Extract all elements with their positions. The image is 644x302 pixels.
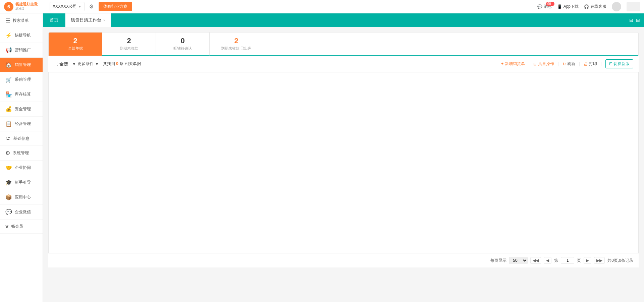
stat-label-overdue-out: 到期未收款 已出库 (215, 46, 258, 51)
toolbar-right: + 新增销货单 ⊞ 批量操作 ↻ 刷新 🖨 打印 ⊡ 切换新版 (501, 59, 633, 68)
tab-qianhuoriqing[interactable]: 钱货日清工作台 × (65, 13, 111, 27)
sidebar-item-base-info[interactable]: 🗂 基础信息 (0, 131, 43, 146)
page-number-input[interactable] (561, 257, 574, 264)
stat-label-overdue: 到期未收款 (108, 46, 150, 51)
service-icon: 🎧 (584, 4, 589, 9)
found-count: 0 (116, 61, 118, 66)
tab-home[interactable]: 首页 (43, 13, 65, 27)
checkbox-all[interactable] (54, 62, 58, 66)
stat-tab-all[interactable]: 2 全部单据 (49, 33, 102, 56)
sidebar-item-guide[interactable]: 🎓 新手引导 (0, 175, 43, 190)
sidebar-label-wechat: 企业微信 (15, 209, 31, 215)
operations-icon: 📋 (5, 121, 12, 127)
stat-tab-pending[interactable]: 0 旺辅待确认 (156, 33, 210, 56)
finance-icon: 💰 (5, 106, 12, 112)
tab-collapse-button[interactable]: ⊟ (629, 17, 633, 23)
print-icon: 🖨 (584, 62, 588, 66)
sidebar-label-enterprise: 企业协同 (15, 165, 31, 171)
sidebar: ☰ 搜索菜单 ⚡ 快捷导航 📢 营销推广 🏠 销售管理 🛒 采购管理 🏪 库存核… (0, 13, 43, 302)
stat-label-pending: 旺辅待确认 (161, 46, 204, 51)
batch-operation-button[interactable]: ⊞ 批量操作 (533, 61, 554, 67)
stat-tab-overdue[interactable]: 2 到期未收款 (102, 33, 156, 56)
prev-page-button[interactable]: ◀ (544, 257, 551, 264)
sidebar-item-finance[interactable]: 💰 资金管理 (0, 102, 43, 117)
quick-nav-icon: ⚡ (5, 32, 12, 39)
stat-num-pending: 0 (161, 37, 204, 45)
user-avatar[interactable] (612, 2, 621, 11)
refresh-icon: ↻ (562, 62, 566, 66)
stat-label-all: 全部单据 (54, 46, 97, 51)
select-all-checkbox[interactable]: 全选 (54, 61, 68, 67)
next-page-button[interactable]: ▶ (584, 257, 591, 264)
select-all-label: 全选 (59, 61, 68, 67)
sidebar-label-system: 系统管理 (13, 150, 29, 156)
last-page-button[interactable]: ▶▶ (594, 257, 605, 264)
logo-text: 畅捷通好生意 (15, 2, 38, 6)
sidebar-item-app-center[interactable]: 📦 应用中心 (0, 190, 43, 205)
app-download-action[interactable]: 📱 App下载 (557, 4, 579, 9)
main-content: 2 全部单据 2 到期未收款 0 旺辅待确认 2 到期未收款 已出库 全选 ▼ … (43, 27, 644, 302)
tab-bar-actions: ⊟ ⊞ (629, 17, 644, 23)
marketing-icon: 📢 (5, 47, 12, 53)
message-action[interactable]: 💬 消息 99+ (537, 4, 552, 9)
sidebar-label-purchase: 采购管理 (15, 77, 31, 82)
page-suffix: 页 (577, 258, 581, 263)
per-page-label: 每页显示 (490, 258, 506, 263)
company-name: XXXXXX公司 (53, 4, 77, 9)
logo-icon: 6 (4, 2, 13, 11)
system-icon: ⚙ (5, 150, 10, 156)
sidebar-item-sales[interactable]: 🏠 销售管理 (0, 58, 43, 72)
refresh-button[interactable]: ↻ 刷新 (562, 61, 575, 67)
refresh-label: 刷新 (567, 61, 575, 67)
sidebar-item-system[interactable]: ⚙ 系统管理 (0, 146, 43, 161)
tab-label: 钱货日清工作台 (71, 17, 101, 23)
sidebar-label-finance: 资金管理 (15, 106, 31, 112)
stat-num-overdue-out: 2 (215, 37, 258, 45)
sidebar-item-enterprise[interactable]: 🤝 企业协同 (0, 161, 43, 175)
sidebar-item-marketing[interactable]: 📢 营销推广 (0, 43, 43, 58)
print-label: 打印 (589, 61, 597, 67)
sidebar-label-inventory: 库存核算 (15, 92, 31, 97)
logo-sub: 标准版 (15, 7, 38, 11)
sidebar-label-search: 搜索菜单 (13, 18, 29, 23)
stat-tab-overdue-out[interactable]: 2 到期未收款 已出库 (210, 33, 263, 56)
sidebar-item-operations[interactable]: 📋 经营管理 (0, 117, 43, 131)
chevron-down-icon: ▼ (78, 5, 82, 8)
sidebar-label-app: 应用中心 (15, 194, 31, 200)
print-button[interactable]: 🖨 打印 (584, 61, 597, 67)
first-page-button[interactable]: ◀◀ (530, 257, 541, 264)
sidebar-label-operations: 经营管理 (15, 121, 31, 127)
sidebar-item-member[interactable]: V 畅会员 (0, 220, 43, 234)
member-icon: V (5, 224, 8, 229)
toolbar: 全选 ▼ 更多条件 ▼ 共找到 0 条 相关单据 + 新增销货单 ⊞ 批量操作 … (48, 56, 639, 72)
batch-icon: ⊞ (533, 62, 537, 66)
stats-tabs: 2 全部单据 2 到期未收款 0 旺辅待确认 2 到期未收款 已出库 (48, 32, 639, 56)
company-selector[interactable]: XXXXXX公司 ▼ (50, 2, 85, 11)
switch-icon: ⊡ (609, 61, 612, 66)
sidebar-label-base: 基础信息 (13, 136, 30, 141)
sidebar-item-quick-nav[interactable]: ⚡ 快捷导航 (0, 28, 43, 43)
sidebar-item-inventory[interactable]: 🏪 库存核算 (0, 87, 43, 102)
switch-label: 切换新版 (613, 61, 630, 66)
filter-button[interactable]: ▼ 更多条件 ▼ (72, 61, 99, 67)
sidebar-item-purchase[interactable]: 🛒 采购管理 (0, 72, 43, 87)
settings-icon[interactable]: ⚙ (87, 2, 96, 11)
sidebar-item-wechat[interactable]: 💬 企业微信 (0, 205, 43, 220)
tab-bar: 首页 钱货日清工作台 × ⊟ ⊞ (43, 13, 644, 27)
sidebar-item-search-menu[interactable]: ☰ 搜索菜单 (0, 13, 43, 28)
trial-button[interactable]: 体验行业方案 (99, 2, 132, 11)
user-name-area (627, 2, 640, 11)
total-info: 共0页,0条记录 (607, 258, 633, 263)
purchase-icon: 🛒 (5, 76, 12, 83)
switch-version-button[interactable]: ⊡ 切换新版 (605, 59, 633, 68)
tab-close-icon[interactable]: × (103, 18, 105, 22)
found-text: 共找到 0 条 相关单据 (103, 61, 141, 67)
online-service-action[interactable]: 🎧 在线客服 (584, 4, 606, 9)
new-sales-order-button[interactable]: + 新增销货单 (501, 61, 525, 67)
per-page-select[interactable]: 50 100 200 (509, 257, 528, 264)
logo-area: 6 畅捷通好生意 标准版 (4, 2, 47, 11)
tab-expand-button[interactable]: ⊞ (636, 17, 640, 23)
sidebar-label-marketing: 营销推广 (15, 47, 31, 53)
sales-icon: 🏠 (5, 62, 12, 68)
app-label: App下载 (564, 4, 579, 9)
